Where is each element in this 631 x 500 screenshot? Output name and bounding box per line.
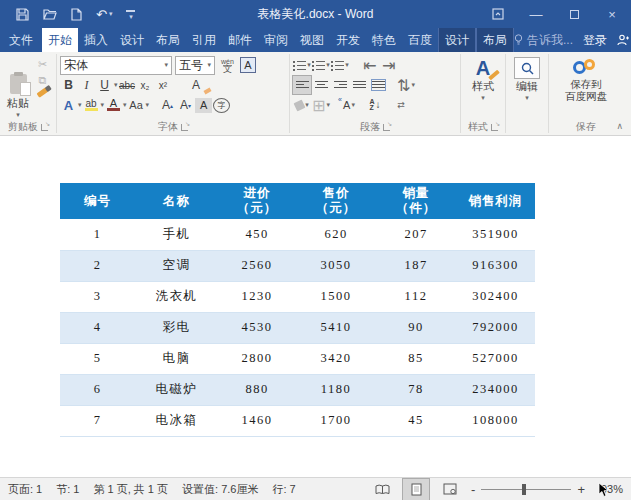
align-center-button[interactable] bbox=[312, 76, 330, 94]
text-effects-dropdown-icon[interactable]: ▾ bbox=[78, 101, 82, 109]
tab-references[interactable]: 引用 bbox=[186, 28, 222, 52]
table-header-cell[interactable]: 名称 bbox=[135, 183, 218, 219]
table-cell[interactable]: 电脑 bbox=[135, 343, 218, 374]
table-cell[interactable]: 3050 bbox=[296, 250, 376, 281]
table-cell[interactable]: 351900 bbox=[456, 219, 535, 250]
table-header-cell[interactable]: 编号 bbox=[60, 183, 135, 219]
table-cell[interactable]: 4530 bbox=[218, 312, 296, 343]
tab-developer[interactable]: 开发 bbox=[330, 28, 366, 52]
tab-insert[interactable]: 插入 bbox=[78, 28, 114, 52]
table-cell[interactable]: 洗衣机 bbox=[135, 281, 218, 312]
share-button[interactable]: 共享 bbox=[617, 32, 631, 49]
sign-in-button[interactable]: 登录 bbox=[583, 32, 607, 49]
document-area[interactable]: 编号名称进价（元）售价（元）销量（件）销售利润 1手机4506202073519… bbox=[0, 136, 631, 477]
table-cell[interactable]: 792000 bbox=[456, 312, 535, 343]
maximize-button[interactable] bbox=[555, 0, 593, 28]
table-cell[interactable]: 302400 bbox=[456, 281, 535, 312]
character-shading-icon[interactable]: A bbox=[195, 98, 212, 113]
tab-special[interactable]: 特色 bbox=[366, 28, 402, 52]
table-cell[interactable]: 1180 bbox=[296, 374, 376, 405]
highlight-dropdown-icon[interactable]: ▾ bbox=[101, 101, 105, 109]
font-name-combo[interactable]: 宋体▾ bbox=[60, 56, 172, 75]
table-cell[interactable]: 112 bbox=[376, 281, 456, 312]
print-layout-icon[interactable] bbox=[403, 479, 429, 500]
table-cell[interactable]: 4 bbox=[60, 312, 135, 343]
table-cell[interactable]: 620 bbox=[296, 219, 376, 250]
table-cell[interactable]: 187 bbox=[376, 250, 456, 281]
table-cell[interactable]: 2800 bbox=[218, 343, 296, 374]
format-painter-icon[interactable] bbox=[37, 87, 49, 97]
table-cell[interactable]: 234000 bbox=[456, 374, 535, 405]
tab-review[interactable]: 审阅 bbox=[258, 28, 294, 52]
dialog-launcher-icon[interactable] bbox=[41, 124, 48, 131]
table-cell[interactable]: 85 bbox=[376, 343, 456, 374]
distribute-button[interactable] bbox=[369, 76, 387, 94]
tab-layout[interactable]: 布局 bbox=[150, 28, 186, 52]
table-cell[interactable]: 3 bbox=[60, 281, 135, 312]
align-right-button[interactable] bbox=[331, 76, 349, 94]
text-effects-icon[interactable]: A bbox=[60, 96, 77, 114]
undo-button[interactable]: ↶ ▾ bbox=[96, 7, 112, 22]
customize-qat-icon[interactable]: ▾ bbox=[126, 10, 135, 19]
table-header-cell[interactable]: 进价（元） bbox=[218, 183, 296, 219]
shading-icon[interactable]: ▾ bbox=[293, 96, 311, 114]
grow-font-icon[interactable]: A▴ bbox=[159, 96, 176, 114]
table-cell[interactable]: 1500 bbox=[296, 281, 376, 312]
bold-button[interactable]: B bbox=[60, 76, 77, 94]
numbering-icon[interactable]: ▾ bbox=[312, 56, 330, 74]
line-spacing-icon[interactable]: ⇅▾ bbox=[397, 76, 415, 94]
font-color-icon[interactable]: A bbox=[105, 96, 122, 114]
table-cell[interactable]: 7 bbox=[60, 405, 135, 436]
table-cell[interactable]: 1 bbox=[60, 219, 135, 250]
font-color-dropdown-icon[interactable]: ▾ bbox=[123, 101, 127, 109]
open-icon[interactable] bbox=[43, 8, 57, 20]
table-cell[interactable]: 1700 bbox=[296, 405, 376, 436]
table-cell[interactable]: 1230 bbox=[218, 281, 296, 312]
tell-me-button[interactable]: 告诉我... bbox=[514, 32, 573, 49]
change-case-dropdown-icon[interactable]: ▾ bbox=[146, 101, 150, 109]
underline-dropdown-icon[interactable]: ▾ bbox=[114, 81, 118, 89]
tab-mailings[interactable]: 邮件 bbox=[222, 28, 258, 52]
phonetic-guide-icon[interactable]: wén文 bbox=[221, 58, 234, 73]
justify-button[interactable] bbox=[350, 76, 368, 94]
table-cell[interactable]: 45 bbox=[376, 405, 456, 436]
italic-button[interactable]: I bbox=[78, 76, 95, 94]
table-cell[interactable]: 电冰箱 bbox=[135, 405, 218, 436]
table-cell[interactable]: 880 bbox=[218, 374, 296, 405]
table-cell[interactable]: 108000 bbox=[456, 405, 535, 436]
sort-icon[interactable]: AZ↓ bbox=[366, 96, 384, 114]
ribbon-display-options-icon[interactable] bbox=[479, 0, 517, 28]
zoom-in-button[interactable]: + bbox=[577, 482, 585, 497]
table-cell[interactable]: 450 bbox=[218, 219, 296, 250]
new-document-icon[interactable] bbox=[71, 8, 82, 21]
read-mode-icon[interactable] bbox=[369, 479, 395, 500]
table-cell[interactable]: 527000 bbox=[456, 343, 535, 374]
page-of-indicator[interactable]: 第 1 页, 共 1 页 bbox=[93, 482, 168, 497]
bullets-icon[interactable]: ▾ bbox=[293, 56, 311, 74]
table-cell[interactable]: 手机 bbox=[135, 219, 218, 250]
zoom-out-button[interactable]: - bbox=[471, 482, 475, 497]
borders-icon[interactable]: ⊞▾ bbox=[312, 96, 330, 114]
subscript-button[interactable]: x₂ bbox=[137, 76, 154, 94]
align-left-button[interactable] bbox=[293, 76, 311, 94]
enclose-characters-icon[interactable]: 字 bbox=[213, 98, 230, 113]
table-cell[interactable]: 3420 bbox=[296, 343, 376, 374]
paste-dropdown-icon[interactable]: ▾ bbox=[16, 111, 20, 119]
table-cell[interactable]: 6 bbox=[60, 374, 135, 405]
increase-indent-icon[interactable]: ⇥ bbox=[380, 56, 398, 74]
zoom-slider-thumb[interactable] bbox=[522, 484, 526, 495]
dialog-launcher-icon[interactable] bbox=[181, 124, 188, 131]
tab-table-design[interactable]: 设计 bbox=[438, 28, 476, 52]
tab-baidu[interactable]: 百度 bbox=[402, 28, 438, 52]
page-indicator[interactable]: 页面: 1 bbox=[8, 482, 42, 497]
table-cell[interactable]: 5410 bbox=[296, 312, 376, 343]
editing-button[interactable]: 编辑 ▾ bbox=[514, 55, 540, 102]
table-cell[interactable]: 彩电 bbox=[135, 312, 218, 343]
table-cell[interactable]: 916300 bbox=[456, 250, 535, 281]
undo-dropdown-icon[interactable]: ▾ bbox=[109, 10, 113, 18]
zoom-slider-track[interactable] bbox=[481, 489, 571, 490]
section-indicator[interactable]: 节: 1 bbox=[56, 482, 79, 497]
tab-file[interactable]: 文件 bbox=[0, 28, 42, 52]
copy-icon[interactable]: ⧉ bbox=[39, 74, 47, 87]
table-header-cell[interactable]: 销售利润 bbox=[456, 183, 535, 219]
